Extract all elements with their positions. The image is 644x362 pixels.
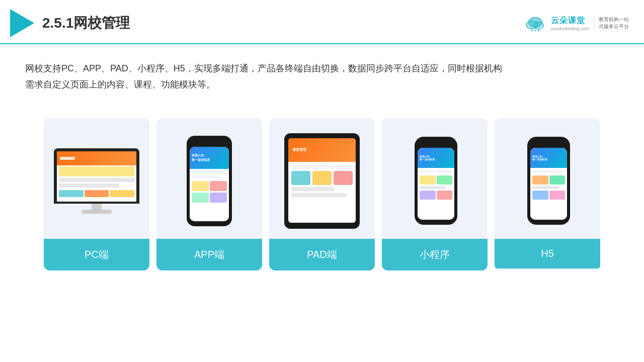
description-text: 网校支持PC、APP、PAD、小程序、H5，实现多端打通，产品各终端自由切换，数… — [0, 44, 644, 103]
pad-image-area: 课堂管理 — [269, 118, 375, 239]
app-image-area: 职场人的第一堂训练课 — [156, 118, 262, 239]
h5-phone-body: 职场人的第一堂训练课 — [527, 137, 570, 225]
cloud-icon — [523, 14, 548, 32]
tablet-body: 课堂管理 — [284, 133, 360, 229]
logo-triangle-icon — [10, 9, 34, 37]
miniprogram-notch — [429, 142, 444, 146]
card-miniprogram: 职场人的第一堂训练课 — [382, 118, 488, 270]
brand-name: 云朵课堂 — [551, 16, 585, 26]
card-h5: 职场人的第一堂训练课 — [495, 118, 600, 270]
monitor-neck — [92, 204, 102, 210]
phone-notch — [202, 141, 217, 145]
miniprogram-screen: 职场人的第一堂训练课 — [418, 148, 454, 220]
brand-tagline: 教育机构一站式服务云平台 — [594, 16, 629, 30]
h5-image-area: 职场人的第一堂训练课 — [495, 118, 600, 239]
pc-image-area — [44, 118, 149, 239]
card-h5-label: H5 — [495, 239, 600, 268]
tablet-mockup: 课堂管理 — [284, 133, 360, 229]
h5-screen: 职场人的第一堂训练课 — [530, 148, 567, 220]
card-app: 职场人的第一堂训练课 — [156, 118, 262, 270]
app-phone-mockup: 职场人的第一堂训练课 — [187, 136, 232, 226]
card-pc: PC端 — [44, 118, 149, 270]
h5-notch — [541, 142, 556, 146]
card-app-label: APP端 — [156, 239, 262, 270]
card-pad: 课堂管理 — [269, 118, 375, 270]
miniprogram-image-area: 职场人的第一堂训练课 — [382, 118, 488, 239]
page-title: 2.5.1网校管理 — [42, 14, 130, 33]
monitor-screen — [57, 151, 136, 202]
miniprogram-phone-mockup: 职场人的第一堂训练课 — [415, 137, 455, 225]
page-header: 2.5.1网校管理 云朵课堂 yunduoketang.com 教育机构一站式服… — [0, 0, 644, 44]
brand-url: yunduoketang.com — [551, 26, 589, 31]
miniprogram-phone-body: 职场人的第一堂训练课 — [415, 137, 457, 225]
monitor-base — [82, 210, 112, 214]
brand-text: 云朵课堂 yunduoketang.com — [551, 16, 589, 31]
phone-screen: 职场人的第一堂训练课 — [190, 147, 229, 221]
card-miniprogram-label: 小程序 — [382, 239, 488, 270]
card-pc-label: PC端 — [44, 239, 149, 270]
description-paragraph: 网校支持PC、APP、PAD、小程序、H5，实现多端打通，产品各终端自由切换，数… — [25, 60, 619, 93]
h5-phone-mockup: 职场人的第一堂训练课 — [527, 137, 568, 225]
header-left: 2.5.1网校管理 — [10, 9, 130, 37]
phone-body: 职场人的第一堂训练课 — [187, 136, 232, 226]
card-pad-label: PAD端 — [269, 239, 375, 270]
tablet-screen: 课堂管理 — [288, 138, 356, 223]
pc-mockup — [54, 148, 139, 214]
brand-logo: 云朵课堂 yunduoketang.com 教育机构一站式服务云平台 — [523, 14, 629, 32]
monitor-screen-wrap — [54, 148, 139, 204]
cards-container: PC端 职场人的第一堂训练课 — [0, 103, 644, 286]
